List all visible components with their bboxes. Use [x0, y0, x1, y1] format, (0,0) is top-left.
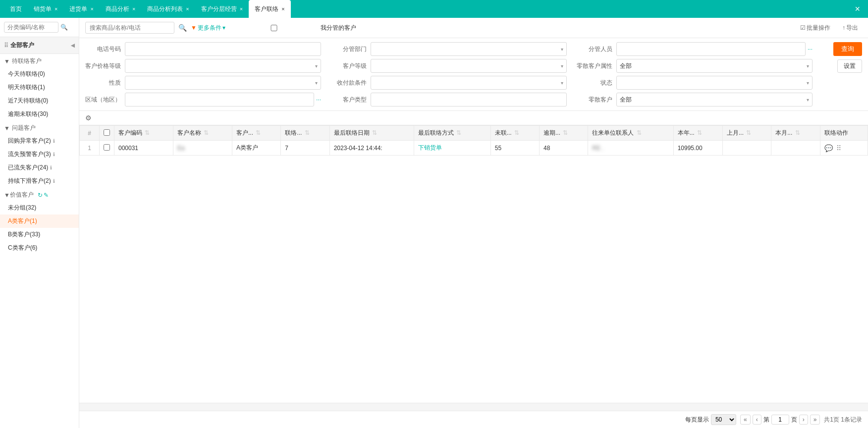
sidebar-item-ungrouped[interactable]: 未分组(32) — [0, 201, 79, 214]
close-customer-contact-tab[interactable]: × — [281, 6, 284, 12]
manager-input[interactable] — [616, 42, 806, 56]
nav-sales[interactable]: 销货单 × — [28, 0, 63, 18]
row-unit-contact: RE . — [588, 141, 673, 156]
select-all-checkbox[interactable] — [104, 129, 110, 136]
next-page-button[interactable]: › — [799, 415, 808, 425]
sort-last-month-icon: ⇅ — [746, 129, 751, 136]
row-checkbox-cell — [100, 141, 114, 156]
sidebar-item-c-class[interactable]: C类客户(6) — [0, 241, 79, 255]
col-last-month[interactable]: 上月... ⇅ — [722, 126, 771, 141]
settings-button[interactable]: 设置 — [837, 59, 862, 73]
more-filters-button[interactable]: ▼ 更多条件 ▾ — [191, 24, 225, 32]
filter-region: 区域（地区） ··· — [85, 93, 321, 107]
col-last-date[interactable]: 最后联络日期 ⇅ — [329, 126, 414, 141]
sidebar-item-b-class[interactable]: B类客户(33) — [0, 228, 79, 241]
global-close-button[interactable]: × — [851, 4, 864, 14]
horizontal-scrollbar[interactable] — [79, 403, 868, 411]
search-icon[interactable]: 🔍 — [178, 24, 187, 32]
payment-select[interactable]: ▾ — [371, 76, 567, 90]
filter-row-2: 客户价格等级 ▾ 客户等级 ▾ 零散客户属性 — [85, 59, 862, 73]
dept-select[interactable]: ▾ — [371, 42, 567, 56]
col-no-contact[interactable]: 未联... ⇅ — [490, 126, 539, 141]
region-dots-icon[interactable]: ··· — [316, 96, 321, 103]
gear-icon[interactable]: ⚙ — [85, 114, 92, 122]
filter-bar: 🔍 ▼ 更多条件 ▾ 我分管的客户 ☑ 批量操作 ↑ 导出 — [79, 18, 868, 38]
close-sales-tab[interactable]: × — [54, 6, 57, 12]
close-customer-segment-tab[interactable]: × — [240, 6, 243, 12]
customer-level-select[interactable]: ▾ — [371, 59, 567, 73]
batch-action-button[interactable]: ☑ 批量操作 — [796, 23, 834, 33]
col-code[interactable]: 客户编码 ⇅ — [114, 126, 173, 141]
nature-select[interactable]: ▾ — [125, 76, 321, 90]
my-customers-checkbox[interactable] — [229, 25, 319, 31]
problem-customers-group: ▼ 问题客户 — [0, 121, 79, 134]
sidebar-item-7days-pending[interactable]: 近7天待联络(0) — [0, 94, 79, 107]
sidebar-item-declining[interactable]: 持续下滑客户(2) ℹ — [0, 174, 79, 188]
filter-icon: ▼ — [191, 24, 197, 31]
close-product-analysis-list-tab[interactable]: × — [186, 6, 189, 12]
page-number-input[interactable] — [771, 415, 789, 425]
bottom-bar: 每页显示 50 100 200 « ‹ 第 页 › » 共1页 1条记录 — [79, 411, 868, 428]
last-method-link[interactable]: 下销货单 — [418, 144, 442, 151]
retail-attr-select[interactable]: 全部 ▾ — [616, 59, 813, 73]
col-contact-count[interactable]: 联络... ⇅ — [281, 126, 329, 141]
message-action-icon[interactable]: 💬 — [824, 144, 833, 152]
customer-type-input[interactable] — [371, 93, 567, 107]
retail-customer-select[interactable]: 全部 ▾ — [616, 93, 813, 107]
per-page-select[interactable]: 50 100 200 — [711, 414, 736, 425]
nav-home[interactable]: 首页 — [4, 0, 28, 18]
nav-product-analysis[interactable]: 商品分析 × — [100, 0, 141, 18]
sidebar-search-icon[interactable]: 🔍 — [60, 24, 68, 31]
sidebar-item-tomorrow-pending[interactable]: 明天待联络(1) — [0, 81, 79, 94]
sidebar-item-a-class[interactable]: A类客户(1) — [0, 214, 79, 228]
status-select[interactable]: ▾ — [616, 76, 813, 90]
nav-customer-contact[interactable]: 客户联络 × — [249, 0, 290, 18]
first-page-button[interactable]: « — [740, 415, 751, 425]
col-checkbox — [100, 126, 114, 141]
qr-action-icon[interactable]: ⠿ — [836, 144, 841, 152]
nav-customer-segment[interactable]: 客户分层经营 × — [195, 0, 249, 18]
sidebar-item-overdue-contact[interactable]: 逾期未联络(30) — [0, 107, 79, 121]
row-no-contact: 55 — [490, 141, 539, 156]
col-name[interactable]: 客户名称 ⇅ — [173, 126, 232, 141]
col-last-method[interactable]: 最后联络方式 ⇅ — [414, 126, 491, 141]
manager-dots-icon[interactable]: ··· — [808, 46, 813, 53]
filter-manager: 分管人员 ··· — [577, 42, 813, 56]
prev-page-button[interactable]: ‹ — [753, 415, 761, 425]
sidebar-item-churned[interactable]: 已流失客户(24) ℹ — [0, 161, 79, 174]
nav-purchase[interactable]: 进货单 × — [63, 0, 99, 18]
col-this-year[interactable]: 本年... ⇅ — [673, 126, 722, 141]
row-checkbox[interactable] — [104, 144, 110, 151]
nav-product-analysis-list[interactable]: 商品分析列表 × — [141, 0, 195, 18]
refresh-icon[interactable]: ↻ — [38, 192, 43, 199]
row-code: 000031 — [114, 141, 173, 156]
col-this-month[interactable]: 本月... ⇅ — [771, 126, 820, 141]
my-customers-checkbox-label[interactable]: 我分管的客户 — [229, 24, 356, 32]
sidebar-item-churn-warning[interactable]: 流失预警客户(3) ℹ — [0, 148, 79, 161]
sidebar-search-input[interactable] — [4, 22, 58, 33]
export-icon: ↑ — [842, 24, 845, 31]
pending-contact-group: ▼ 待联络客户 — [0, 54, 79, 67]
all-customers-header[interactable]: ⠿ 全部客户 ◀ — [0, 37, 79, 54]
close-purchase-tab[interactable]: × — [90, 6, 93, 12]
sort-no-contact-icon: ⇅ — [514, 129, 519, 136]
sidebar-item-repurchase-anomaly[interactable]: 回购异常客户(2) ℹ — [0, 134, 79, 148]
col-class[interactable]: 客户... ⇅ — [232, 126, 281, 141]
sidebar-item-today-pending[interactable]: 今天待联络(0) — [0, 67, 79, 81]
col-unit-contact[interactable]: 往来单位联系人 ⇅ — [588, 126, 673, 141]
price-level-select[interactable]: ▾ — [125, 59, 321, 73]
col-overdue[interactable]: 逾期... ⇅ — [540, 126, 588, 141]
filter-payment: 收付款条件 ▾ — [331, 76, 567, 90]
last-page-button[interactable]: » — [810, 415, 820, 425]
edit-icon[interactable]: ✎ — [44, 192, 49, 199]
close-product-analysis-tab[interactable]: × — [132, 6, 135, 12]
collapse-icon[interactable]: ◀ — [71, 43, 75, 48]
search-input[interactable] — [85, 22, 174, 34]
row-contact-count: 7 — [281, 141, 329, 156]
phone-input[interactable] — [125, 42, 321, 56]
region-input[interactable] — [125, 93, 314, 107]
arrow-down-icon-3: ▼ — [4, 192, 10, 199]
query-button[interactable]: 查询 — [833, 42, 862, 56]
sort-class-icon: ⇅ — [256, 129, 261, 136]
export-button[interactable]: ↑ 导出 — [838, 23, 862, 33]
